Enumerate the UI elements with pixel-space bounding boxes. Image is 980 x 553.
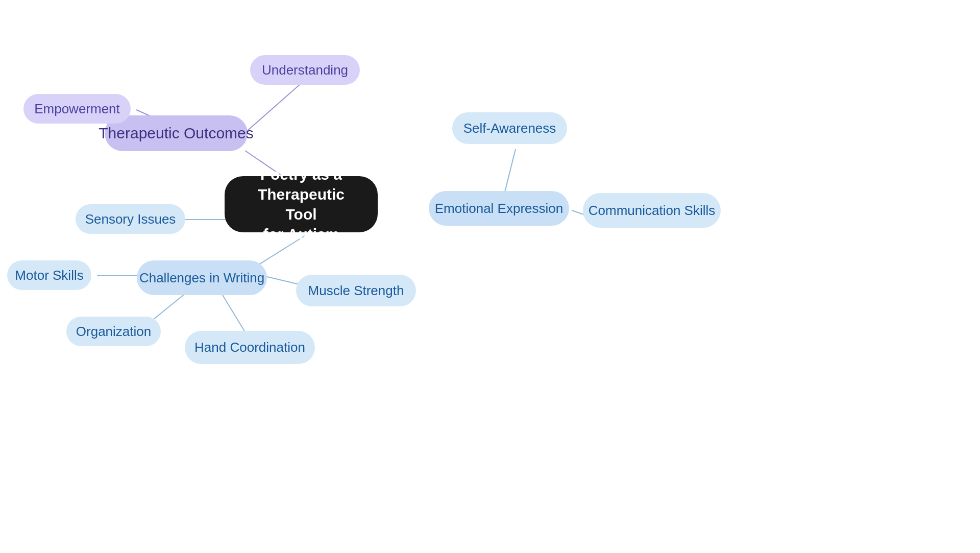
hand-coordination-node: Hand Coordination [185,331,315,364]
challenges-writing-node: Challenges in Writing [137,260,267,295]
therapeutic-outcomes-node: Therapeutic Outcomes [105,115,248,151]
motor-skills-node: Motor Skills [7,260,91,290]
emotional-expression-node: Emotional Expression [429,191,569,226]
muscle-strength-node: Muscle Strength [296,275,416,306]
svg-line-7 [219,290,245,332]
center-node: Poetry as a Therapeutic Tool for Autism [225,176,378,232]
organization-node: Organization [66,317,161,346]
understanding-node: Understanding [250,55,360,85]
svg-line-1 [245,77,309,133]
communication-skills-node: Communication Skills [583,193,721,228]
empowerment-node: Empowerment [23,94,131,124]
self-awareness-node: Self-Awareness [452,112,567,144]
sensory-issues-node: Sensory Issues [76,204,185,234]
